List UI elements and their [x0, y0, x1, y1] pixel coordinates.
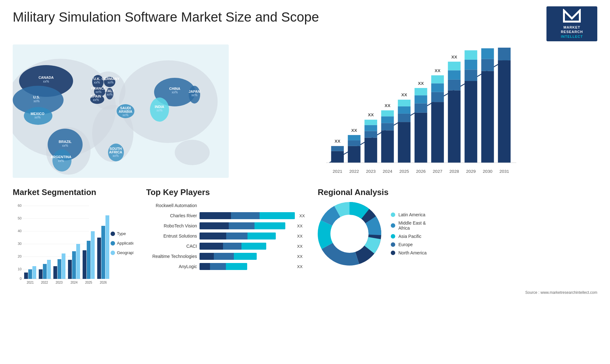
- player-row: Entrust Solutions XX: [146, 233, 305, 239]
- header: Military Simulation Software Market Size…: [0, 0, 610, 44]
- player-bar-container: [200, 202, 293, 209]
- bar-chart-section: XX 2021 XX 2022 XX 2023 XX 2024: [235, 44, 597, 178]
- svg-text:2025: 2025: [85, 281, 92, 284]
- donut-chart: [318, 202, 381, 266]
- player-bar-container: [200, 233, 293, 239]
- svg-text:xx%: xx%: [172, 91, 178, 94]
- svg-point-155: [111, 232, 115, 236]
- svg-rect-137: [47, 260, 51, 279]
- svg-text:2027: 2027: [433, 169, 442, 174]
- svg-rect-107: [481, 71, 494, 163]
- svg-rect-71: [381, 130, 394, 163]
- svg-rect-133: [32, 266, 36, 279]
- mea-dot: [391, 223, 395, 228]
- svg-rect-68: [364, 120, 377, 125]
- svg-text:Type: Type: [117, 231, 126, 236]
- svg-text:2023: 2023: [56, 281, 63, 284]
- svg-rect-89: [431, 102, 444, 163]
- svg-rect-62: [348, 135, 361, 140]
- player-name: Realtime Technologies: [146, 254, 197, 259]
- svg-text:2022: 2022: [41, 281, 48, 284]
- player-value: XX: [299, 213, 307, 218]
- player-value: XX: [297, 224, 305, 228]
- canada-label: CANADA: [38, 76, 54, 79]
- svg-text:XX: XX: [351, 128, 357, 133]
- regional-section: Regional Analysis: [318, 187, 597, 285]
- svg-text:XX: XX: [418, 81, 424, 86]
- player-row: Rockwell Automation: [146, 202, 305, 209]
- svg-rect-148: [87, 241, 91, 279]
- player-row: CACI XX: [146, 243, 305, 250]
- segmentation-title: Market Segmentation: [13, 187, 133, 197]
- page-title: Military Simulation Software Market Size…: [13, 10, 319, 25]
- svg-text:AFRICA: AFRICA: [109, 150, 122, 154]
- svg-text:MEXICO: MEXICO: [30, 112, 44, 116]
- legend-item-asia-pacific: Asia Pacific: [391, 234, 427, 239]
- svg-text:xx%: xx%: [62, 144, 68, 147]
- svg-text:60: 60: [18, 204, 22, 207]
- svg-text:ARGENTINA: ARGENTINA: [51, 155, 71, 159]
- svg-text:XX: XX: [451, 55, 457, 59]
- svg-rect-152: [101, 226, 105, 279]
- world-map: CANADA xx% U.S. xx% MEXICO xx% BRAZIL xx…: [13, 44, 229, 178]
- latin-america-dot: [391, 212, 395, 217]
- svg-text:xx%: xx%: [113, 154, 119, 158]
- svg-text:INDIA: INDIA: [155, 105, 164, 109]
- svg-point-166: [332, 216, 367, 251]
- svg-text:JAPAN: JAPAN: [189, 90, 200, 93]
- svg-text:U.S.: U.S.: [33, 95, 40, 99]
- svg-rect-83: [415, 113, 427, 163]
- svg-rect-151: [97, 238, 101, 279]
- bottom-section: Market Segmentation 60 50 40 30 20 10 0: [0, 181, 610, 288]
- svg-rect-145: [76, 244, 80, 279]
- players-section: Top Key Players Rockwell Automation Char…: [146, 187, 305, 285]
- svg-rect-103: [464, 60, 477, 70]
- legend-item-latin-america: Latin America: [391, 212, 427, 217]
- svg-rect-57: [331, 146, 344, 151]
- svg-text:XX: XX: [335, 139, 340, 144]
- svg-rect-101: [464, 81, 477, 163]
- svg-rect-139: [53, 266, 57, 279]
- svg-text:2023: 2023: [366, 169, 376, 174]
- svg-text:xx%: xx%: [58, 159, 64, 163]
- player-value: XX: [297, 244, 305, 249]
- svg-text:40: 40: [18, 229, 22, 233]
- player-bar-container: [200, 212, 295, 219]
- logo: MARKET RESEARCH INTELLECT: [546, 6, 597, 41]
- svg-rect-149: [91, 231, 95, 279]
- svg-text:xx%: xx%: [96, 90, 102, 94]
- svg-text:xx%: xx%: [94, 81, 100, 84]
- svg-rect-74: [381, 110, 394, 116]
- svg-rect-143: [68, 260, 72, 279]
- player-bar-container: [200, 222, 293, 229]
- svg-text:2021: 2021: [333, 169, 342, 174]
- svg-rect-97: [448, 70, 461, 79]
- player-row: RoboTech Vision XX: [146, 222, 305, 229]
- svg-text:xx%: xx%: [108, 81, 114, 84]
- legend-item-europe: Europe: [391, 242, 427, 247]
- growth-bar-chart: XX 2021 XX 2022 XX 2023 XX 2024: [235, 48, 597, 181]
- player-bar-container: [200, 243, 293, 250]
- svg-text:XX: XX: [368, 112, 374, 117]
- svg-rect-153: [105, 215, 109, 279]
- north-america-dot: [391, 251, 395, 255]
- svg-rect-140: [58, 259, 61, 279]
- svg-rect-113: [498, 48, 511, 60]
- svg-rect-79: [398, 106, 410, 114]
- player-name: Charles River: [146, 213, 197, 218]
- svg-text:2026: 2026: [100, 281, 107, 284]
- svg-text:20: 20: [18, 254, 22, 258]
- svg-rect-60: [348, 146, 361, 163]
- svg-rect-95: [448, 90, 461, 163]
- player-row: Charles River XX: [146, 212, 305, 219]
- legend-label-mea: Middle East &Africa: [398, 220, 426, 231]
- svg-rect-90: [431, 92, 444, 102]
- player-name: Rockwell Automation: [146, 203, 197, 208]
- svg-text:xx%: xx%: [157, 109, 163, 112]
- svg-text:2025: 2025: [399, 169, 409, 174]
- svg-rect-131: [24, 273, 28, 279]
- map-section: CANADA xx% U.S. xx% MEXICO xx% BRAZIL xx…: [13, 44, 229, 178]
- svg-text:XX: XX: [435, 68, 440, 73]
- player-value: XX: [297, 254, 305, 259]
- donut-area: Latin America Middle East &Africa Asia P…: [318, 202, 597, 266]
